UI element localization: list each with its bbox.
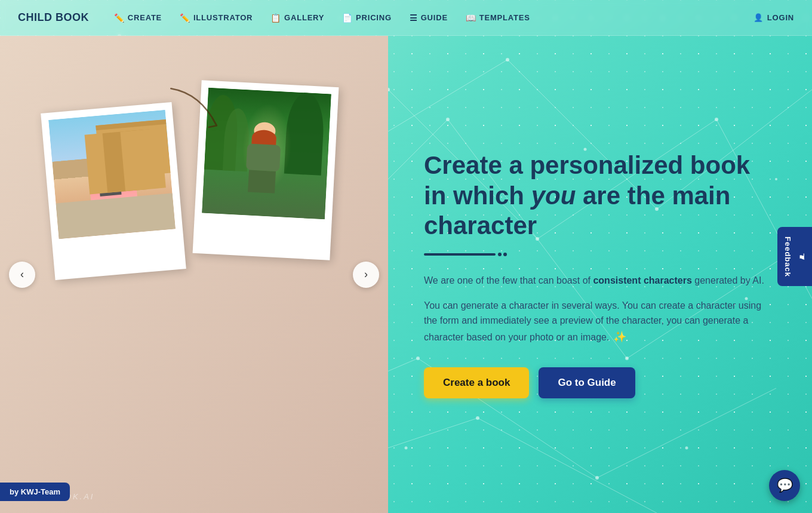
gallery-icon: 📋 <box>270 13 281 23</box>
hero-title-italic: you <box>531 182 576 210</box>
carousel: CHILDBOOK.AI ‹ › <box>0 36 388 513</box>
illustrator-icon: ✏️ <box>180 13 190 23</box>
create-icon: ✏️ <box>114 13 125 23</box>
navbar: CHILD BOOK ✏️ CREATE ✏️ ILLUSTRATOR 📋 GA… <box>0 0 812 36</box>
nav-item-pricing[interactable]: 📄 PRICING <box>335 10 399 26</box>
carousel-prev-button[interactable]: ‹ <box>9 262 35 288</box>
feedback-label: Feedback <box>783 236 792 277</box>
chat-bubble-button[interactable]: 💬 <box>769 470 800 501</box>
image-panel: CHILDBOOK.AI ‹ › <box>0 36 388 513</box>
sparkle-icon: ✨ <box>613 328 626 346</box>
hero-bold-text: consistent characters <box>593 275 691 285</box>
cta-buttons: Create a book Go to Guide <box>424 367 776 398</box>
divider-dot-1 <box>498 253 502 256</box>
nav-item-guide[interactable]: ☰ GUIDE <box>402 10 455 26</box>
nav-brand[interactable]: CHILD BOOK <box>18 11 89 24</box>
carousel-next-button[interactable]: › <box>353 262 379 288</box>
polaroid-wrapper: CHILDBOOK.AI <box>0 36 388 513</box>
go-to-guide-button[interactable]: Go to Guide <box>539 367 635 398</box>
main-content: CHILDBOOK.AI ‹ › Create a personalized b… <box>0 36 812 513</box>
pricing-icon: 📄 <box>342 13 353 23</box>
chat-icon: 💬 <box>777 478 793 493</box>
templates-icon: 📖 <box>466 13 476 23</box>
login-icon: 👤 <box>753 13 764 22</box>
nav-login[interactable]: 👤 LOGIN <box>753 13 794 22</box>
divider-dot-2 <box>503 253 507 256</box>
nav-item-illustrator[interactable]: ✏️ ILLUSTRATOR <box>173 10 260 26</box>
nav-item-gallery[interactable]: 📋 GALLERY <box>263 10 331 26</box>
create-book-button[interactable]: Create a book <box>424 367 529 398</box>
hero-description-1: We are one of the few that can boast of … <box>424 273 776 288</box>
divider-dots <box>498 253 507 256</box>
feedback-flag-icon: ⚑ <box>797 251 806 261</box>
feedback-tab[interactable]: ⚑ Feedback <box>777 227 812 287</box>
nav-links: ✏️ CREATE ✏️ ILLUSTRATOR 📋 GALLERY 📄 PRI… <box>107 10 753 26</box>
nav-item-templates[interactable]: 📖 TEMPLATES <box>459 10 537 26</box>
nav-item-create[interactable]: ✏️ CREATE <box>107 10 169 26</box>
kwj-badge: by KWJ-Team <box>0 483 70 501</box>
title-divider <box>424 253 776 256</box>
hero-title: Create a personalized book in which you … <box>424 150 776 241</box>
divider-line <box>424 253 496 256</box>
guide-icon: ☰ <box>410 13 418 23</box>
content-panel: Create a personalized book in which you … <box>388 127 812 422</box>
hero-description-2: You can generate a character in several … <box>424 298 776 346</box>
